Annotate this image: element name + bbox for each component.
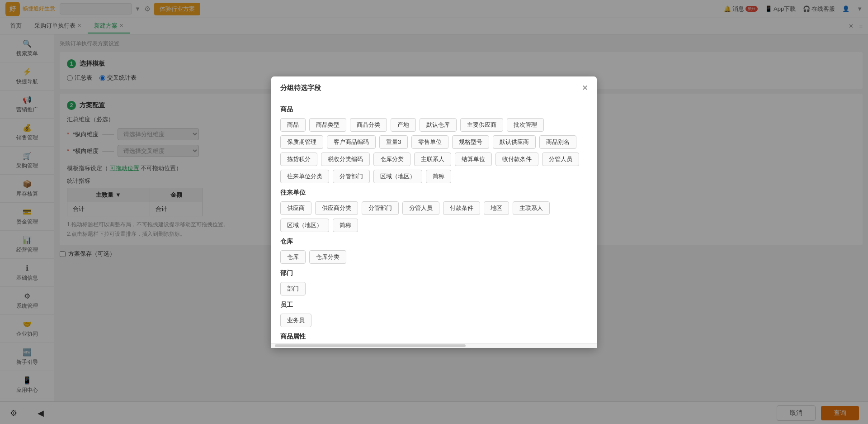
field-tag[interactable]: 产地 [391,118,416,132]
hscroll-thumb[interactable] [275,344,466,347]
field-tag[interactable]: 供应商分类 [315,201,358,215]
field-tag[interactable]: 付款条件 [443,201,480,215]
field-tag[interactable]: 仓库分类 [373,152,410,166]
modal-body: 商品 商品 商品类型 商品分类 产地 默认仓库 主要供应商 批次管理 保质期管理… [271,98,597,343]
field-tag[interactable]: 批次管理 [507,118,544,132]
field-tag[interactable]: 主联系人 [513,201,550,215]
field-tag[interactable]: 收付款条件 [495,152,538,166]
modal-header: 分组待选字段 ✕ [271,76,597,98]
field-tag[interactable]: 供应商 [280,201,311,215]
dept-fields: 部门 [280,282,588,295]
field-tag[interactable]: 零售单位 [411,135,448,149]
field-tag[interactable]: 商品 [280,118,306,132]
field-select-modal: 分组待选字段 ✕ 商品 商品 商品类型 商品分类 产地 默认仓库 主要供应商 批… [271,76,597,348]
field-tag[interactable]: 拣货积分 [280,152,317,166]
field-tag[interactable]: 商品分类 [350,118,387,132]
field-tag[interactable]: 结算单位 [455,152,492,166]
modal-title: 分组待选字段 [280,84,321,92]
field-tag[interactable]: 商品类型 [309,118,346,132]
field-tag[interactable]: 主要供应商 [460,118,503,132]
field-tag[interactable]: 业务员 [280,314,311,327]
field-tag[interactable]: 规格型号 [452,135,489,149]
section-title-warehouse: 仓库 [280,238,588,246]
field-tag[interactable]: 部门 [280,282,306,295]
field-tag[interactable]: 客户商品编码 [327,135,376,149]
field-tag[interactable]: 分管人员 [402,201,439,215]
modal-close-btn[interactable]: ✕ [582,84,588,92]
goods-fields: 商品 商品类型 商品分类 产地 默认仓库 主要供应商 批次管理 保质期管理 客户… [280,118,588,183]
modal-hscroll [271,343,597,348]
field-tag[interactable]: 地区 [484,201,509,215]
field-tag[interactable]: 商品别名 [539,135,576,149]
field-tag[interactable]: 主联系人 [414,152,451,166]
field-tag[interactable]: 区域（地区） [280,219,329,232]
field-tag[interactable]: 重量3 [379,135,408,149]
field-tag[interactable]: 分管人员 [542,152,579,166]
field-tag[interactable]: 往来单位分类 [280,170,329,183]
warehouse-fields: 仓库 仓库分类 [280,250,588,264]
modal-overlay: 分组待选字段 ✕ 商品 商品 商品类型 商品分类 产地 默认仓库 主要供应商 批… [0,0,868,424]
field-tag[interactable]: 默认仓库 [420,118,457,132]
field-tag[interactable]: 税收分类编码 [321,152,370,166]
section-title-product-attr: 商品属性 [280,333,588,341]
field-tag[interactable]: 仓库分类 [309,250,346,264]
partner-fields: 供应商 供应商分类 分管部门 分管人员 付款条件 地区 主联系人 区域（地区） … [280,201,588,232]
field-tag[interactable]: 区域（地区） [373,170,422,183]
section-title-staff: 员工 [280,301,588,309]
field-tag[interactable]: 简称 [426,170,451,183]
field-tag[interactable]: 分管部门 [333,170,370,183]
section-title-partner: 往来单位 [280,189,588,197]
field-tag[interactable]: 分管部门 [362,201,399,215]
field-tag[interactable]: 保质期管理 [280,135,323,149]
field-tag[interactable]: 仓库 [280,250,306,264]
section-title-goods: 商品 [280,105,588,114]
staff-fields: 业务员 [280,314,588,327]
section-title-dept: 部门 [280,269,588,277]
field-tag[interactable]: 简称 [333,219,358,232]
field-tag[interactable]: 默认供应商 [493,135,536,149]
